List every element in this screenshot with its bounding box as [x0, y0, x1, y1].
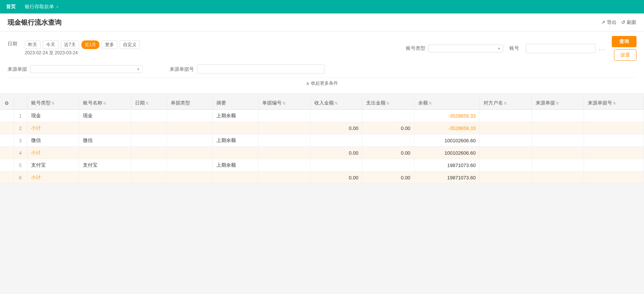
table-row: 3微信微信上期余额100102606.60	[0, 134, 644, 147]
cell-income: 0.00	[310, 147, 362, 159]
col-label-summary: 摘要	[216, 100, 226, 106]
top-nav: 首页 收款单×付款单×其他收入单×应收应付调整单×银行存取款单×预收冲应收单×收…	[0, 0, 644, 13]
cell-counterparty	[480, 110, 532, 122]
cell-account-type: 小计	[27, 147, 79, 159]
date-options: 昨天今天近7天近1月更多自定义	[25, 40, 140, 49]
source-doc-arrow-icon: ▾	[137, 67, 139, 71]
cell-doc-no	[258, 147, 311, 159]
source-doc-select[interactable]: ▾	[30, 65, 143, 73]
cell-balance: 100102606.60	[414, 147, 480, 159]
collapse-button[interactable]: ∧ 收起更多条件	[8, 78, 636, 89]
account-dots[interactable]: ...	[599, 45, 606, 52]
nav-tab-银行存取款单[interactable]: 银行存取款单×	[20, 0, 73, 13]
date-btn-更多[interactable]: 更多	[102, 40, 117, 49]
col-label-doc_no: 单据编号	[262, 100, 282, 106]
date-btn-今天[interactable]: 今天	[43, 40, 59, 49]
account-type-arrow-icon: ▾	[498, 46, 500, 51]
cell-account-name: 支付宝	[79, 159, 131, 172]
cell-summary: 上期余额	[213, 134, 258, 147]
cell-balance: 19871073.60	[414, 159, 480, 172]
column-doc_no[interactable]: 单据编号⇅	[258, 97, 311, 110]
column-expense[interactable]: 支出金额⇅	[362, 97, 414, 110]
cell-source-doc-no	[584, 159, 644, 172]
refresh-button[interactable]: ↺ 刷新	[621, 19, 636, 26]
cell-counterparty	[480, 134, 532, 147]
account-input[interactable]	[526, 44, 596, 53]
cell-summary: 上期余额	[213, 110, 258, 122]
column-date[interactable]: 日期⇅	[131, 97, 167, 110]
sort-icon: ⇅	[556, 101, 559, 105]
col-label-source_doc: 来源单据	[536, 100, 555, 106]
cell-expense	[362, 134, 414, 147]
date-btn-近7天[interactable]: 近7天	[61, 40, 79, 49]
col-label-expense: 支出金额	[366, 100, 386, 106]
filter-row-2: 来源单据 ▾ 来源单据号	[8, 64, 636, 74]
table-row: 5支付宝支付宝上期余额19871073.60	[0, 159, 644, 172]
cell-source-doc-no	[584, 134, 644, 147]
date-btn-自定义[interactable]: 自定义	[120, 40, 140, 49]
account-label: 账号	[509, 45, 523, 52]
col-label-account_name: 账号名称	[83, 100, 102, 106]
close-icon[interactable]: ×	[56, 4, 59, 9]
cell-doc-type	[167, 172, 213, 184]
cell-doc-no	[258, 159, 311, 172]
sort-icon: ⇅	[51, 101, 54, 105]
column-num	[14, 97, 27, 110]
column-source_doc[interactable]: 来源单据⇅	[531, 97, 584, 110]
cell-balance: 19871073.60	[414, 172, 480, 184]
refresh-icon: ↺	[621, 19, 625, 25]
row-number: 2	[14, 122, 27, 134]
cell-income	[310, 159, 362, 172]
cell-counterparty	[480, 122, 532, 134]
collapse-label: 收起更多条件	[311, 80, 338, 87]
collapse-icon: ∧	[306, 81, 309, 86]
cell-doc-type	[167, 122, 213, 134]
cell-balance: -3528659.33	[414, 110, 480, 122]
cell-source-doc	[531, 147, 584, 159]
row-gear	[0, 134, 14, 147]
cell-source-doc	[531, 172, 584, 184]
sort-icon: ⇅	[613, 101, 616, 105]
nav-home[interactable]: 首页	[2, 0, 20, 13]
settings-button[interactable]: 设置	[614, 49, 636, 61]
query-button[interactable]: 查询	[612, 36, 636, 47]
column-gear[interactable]: ⚙	[0, 97, 14, 110]
account-filter: 账号 ...	[509, 44, 606, 53]
cell-expense: 0.00	[362, 147, 414, 159]
table-row: 6小计0.000.0019871073.60	[0, 172, 644, 184]
cell-date	[131, 110, 167, 122]
header-actions: ↗ 导出 ↺ 刷新	[601, 19, 636, 26]
export-button[interactable]: ↗ 导出	[601, 19, 617, 26]
source-doc-num-input[interactable]	[197, 64, 324, 74]
row-number: 4	[14, 147, 27, 159]
cell-source-doc-no	[584, 122, 644, 134]
col-label-doc_type: 单据类型	[171, 100, 190, 106]
cell-expense: 0.00	[362, 172, 414, 184]
table-header: ⚙账号类型⇅账号名称⇅日期⇅单据类型摘要单据编号⇅收入金额⇅支出金额⇅余额⇅对方…	[0, 97, 644, 110]
account-type-select[interactable]: ▾	[428, 45, 503, 52]
column-source_doc_no[interactable]: 来源单据号⇅	[584, 97, 644, 110]
col-label-date: 日期	[135, 100, 145, 106]
page-header: 现金银行流水查询 ↗ 导出 ↺ 刷新	[0, 13, 644, 31]
column-counterparty[interactable]: 对方户名⇅	[480, 97, 532, 110]
cell-date	[131, 172, 167, 184]
table-container: ⚙账号类型⇅账号名称⇅日期⇅单据类型摘要单据编号⇅收入金额⇅支出金额⇅余额⇅对方…	[0, 97, 644, 184]
column-income[interactable]: 收入金额⇅	[310, 97, 362, 110]
col-label-account_type: 账号类型	[31, 100, 51, 106]
column-account_name[interactable]: 账号名称⇅	[79, 97, 131, 110]
date-range: 2023-02-24 至 2023-03-24	[25, 50, 140, 56]
page-title: 现金银行流水查询	[8, 18, 62, 27]
cell-expense	[362, 159, 414, 172]
date-btn-昨天[interactable]: 昨天	[25, 40, 41, 49]
nav-tabs: 收款单×付款单×其他收入单×应收应付调整单×银行存取款单×预收冲应收单×收款核销…	[20, 0, 73, 13]
source-doc-filter: 来源单据 ▾	[8, 65, 143, 73]
account-type-filter: 账号类型 ▾	[406, 45, 503, 52]
sort-icon: ⇅	[282, 101, 285, 105]
row-gear	[0, 122, 14, 134]
source-doc-label: 来源单据	[8, 66, 27, 73]
cell-doc-no	[258, 134, 311, 147]
column-account_type[interactable]: 账号类型⇅	[27, 97, 79, 110]
column-balance[interactable]: 余额⇅	[414, 97, 480, 110]
sort-icon: ⇅	[103, 101, 106, 105]
date-btn-近1月[interactable]: 近1月	[81, 40, 100, 49]
